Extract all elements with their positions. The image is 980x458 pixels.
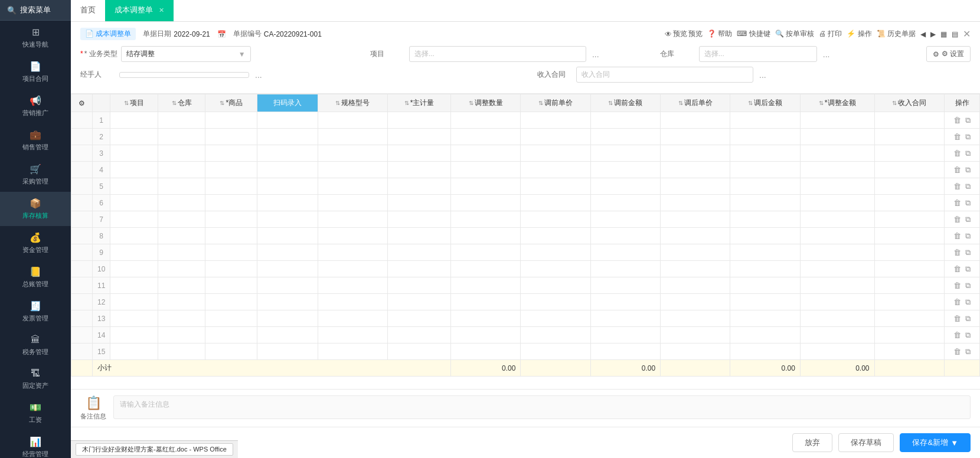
col-adjust-qty-header[interactable]: ⇅调整数量 [450, 94, 520, 112]
row-before-price-cell[interactable] [521, 162, 590, 178]
row-warehouse-cell[interactable] [158, 228, 205, 244]
row-income-contract-cell[interactable] [874, 129, 944, 145]
row-adjust-qty-cell[interactable] [450, 195, 520, 211]
row-before-amount-cell[interactable] [590, 211, 660, 228]
row-before-price-cell[interactable] [521, 261, 590, 277]
nav-prev-btn[interactable]: ◀ [920, 30, 926, 38]
settings-btn[interactable]: ⚙ ⚙ 设置 [926, 46, 971, 62]
row-before-amount-cell[interactable] [590, 244, 660, 261]
row-after-price-cell[interactable] [661, 310, 730, 327]
row-before-price-cell[interactable] [521, 244, 590, 261]
row-adjust-qty-cell[interactable] [450, 244, 520, 261]
row-after-price-cell[interactable] [661, 211, 730, 228]
row-after-amount-cell[interactable] [730, 162, 800, 178]
tab-cost-adjust[interactable]: 成本调整单✕ [105, 0, 174, 21]
row-income-contract-cell[interactable] [874, 327, 944, 344]
row-warehouse-cell[interactable] [158, 344, 205, 360]
review-btn[interactable]: 🔍 按单审核 [775, 29, 814, 39]
row-copy-icon[interactable]: ⧉ [965, 231, 971, 240]
row-after-price-cell[interactable] [661, 195, 730, 211]
row-adjust-amount-cell[interactable] [800, 211, 874, 228]
row-adjust-amount-cell[interactable] [800, 277, 874, 294]
sidebar-item-ledger-mgmt[interactable]: 📒总账管理 [0, 260, 71, 295]
row-copy-icon[interactable]: ⧉ [965, 347, 971, 356]
col-gear-header[interactable]: ⚙ [71, 94, 93, 112]
sidebar-item-inventory[interactable]: 📦库存核算 [0, 192, 71, 226]
row-adjust-qty-cell[interactable] [450, 327, 520, 344]
row-copy-icon[interactable]: ⧉ [965, 281, 971, 290]
row-adjust-qty-cell[interactable] [450, 129, 520, 145]
discard-button[interactable]: 放弃 [792, 433, 832, 452]
sidebar-item-tax-mgmt[interactable]: 🏛税务管理 [0, 329, 71, 362]
row-income-contract-cell[interactable] [874, 344, 944, 360]
row-scan-cell[interactable] [257, 261, 318, 277]
tab-home[interactable]: 首页 [71, 0, 105, 21]
save-new-button[interactable]: 保存&新增 ▼ [900, 433, 971, 452]
row-product-cell[interactable] [205, 211, 257, 228]
row-after-amount-cell[interactable] [730, 112, 800, 129]
row-delete-icon[interactable]: 🗑 [953, 116, 961, 125]
row-scan-cell[interactable] [257, 294, 318, 310]
col-before-amount-header[interactable]: ⇅调前金额 [590, 94, 660, 112]
row-product-cell[interactable] [205, 195, 257, 211]
sidebar-item-capital-mgmt[interactable]: 💰资金管理 [0, 226, 71, 260]
row-before-price-cell[interactable] [521, 344, 590, 360]
row-before-amount-cell[interactable] [590, 195, 660, 211]
row-after-price-cell[interactable] [661, 344, 730, 360]
row-delete-icon[interactable]: 🗑 [953, 248, 961, 257]
nav-next-btn[interactable]: ▶ [930, 30, 936, 38]
row-unit-cell[interactable] [388, 261, 451, 277]
row-copy-icon[interactable]: ⧉ [965, 215, 971, 224]
row-after-price-cell[interactable] [661, 261, 730, 277]
row-after-price-cell[interactable] [661, 327, 730, 344]
row-product-cell[interactable] [205, 344, 257, 360]
row-unit-cell[interactable] [388, 344, 451, 360]
row-before-price-cell[interactable] [521, 277, 590, 294]
handler-input[interactable] [119, 72, 249, 78]
project-more-btn[interactable]: ... [592, 50, 599, 59]
row-warehouse-cell[interactable] [158, 145, 205, 162]
row-income-contract-cell[interactable] [874, 211, 944, 228]
row-copy-icon[interactable]: ⧉ [965, 248, 971, 257]
row-unit-cell[interactable] [388, 244, 451, 261]
row-delete-icon[interactable]: 🗑 [953, 331, 961, 339]
row-warehouse-cell[interactable] [158, 112, 205, 129]
row-warehouse-cell[interactable] [158, 294, 205, 310]
tab-close-cost-adjust[interactable]: ✕ [159, 6, 164, 14]
row-delete-icon[interactable]: 🗑 [953, 182, 961, 191]
row-delete-icon[interactable]: 🗑 [953, 281, 961, 290]
row-spec-cell[interactable] [318, 294, 387, 310]
row-project-cell[interactable] [110, 195, 158, 211]
row-product-cell[interactable] [205, 294, 257, 310]
col-scan-header[interactable]: 扫码录入 [257, 94, 318, 112]
row-project-cell[interactable] [110, 162, 158, 178]
row-project-cell[interactable] [110, 294, 158, 310]
row-scan-cell[interactable] [257, 244, 318, 261]
col-before-price-header[interactable]: ⇅调前单价 [521, 94, 590, 112]
sidebar-item-project-contract[interactable]: 📄项目合同 [0, 55, 71, 89]
sidebar-item-purchase-mgmt[interactable]: 🛒采购管理 [0, 158, 71, 192]
row-before-amount-cell[interactable] [590, 129, 660, 145]
sidebar-item-invoice-mgmt[interactable]: 🧾发票管理 [0, 295, 71, 329]
row-adjust-amount-cell[interactable] [800, 178, 874, 195]
row-warehouse-cell[interactable] [158, 195, 205, 211]
row-unit-cell[interactable] [388, 178, 451, 195]
row-delete-icon[interactable]: 🗑 [953, 231, 961, 240]
row-scan-cell[interactable] [257, 145, 318, 162]
row-before-amount-cell[interactable] [590, 112, 660, 129]
row-delete-icon[interactable]: 🗑 [953, 347, 961, 356]
row-income-contract-cell[interactable] [874, 195, 944, 211]
row-after-amount-cell[interactable] [730, 129, 800, 145]
row-spec-cell[interactable] [318, 145, 387, 162]
row-spec-cell[interactable] [318, 129, 387, 145]
row-adjust-amount-cell[interactable] [800, 112, 874, 129]
row-spec-cell[interactable] [318, 327, 387, 344]
row-spec-cell[interactable] [318, 261, 387, 277]
row-after-price-cell[interactable] [661, 145, 730, 162]
row-adjust-amount-cell[interactable] [800, 162, 874, 178]
row-product-cell[interactable] [205, 310, 257, 327]
row-before-price-cell[interactable] [521, 211, 590, 228]
row-scan-cell[interactable] [257, 195, 318, 211]
row-product-cell[interactable] [205, 327, 257, 344]
row-adjust-qty-cell[interactable] [450, 162, 520, 178]
